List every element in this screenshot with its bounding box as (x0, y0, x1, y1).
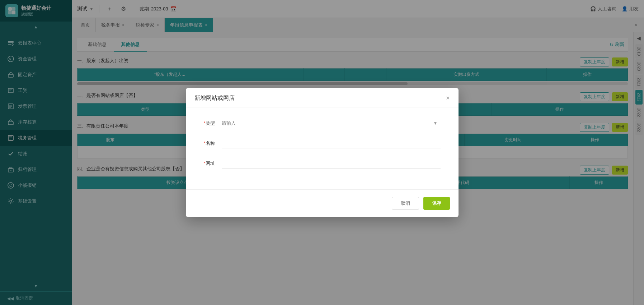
form-field-name: *名称 (204, 138, 441, 148)
required-marker-url: * (204, 161, 206, 166)
modal-body: *类型 ▼ *名称 *网址 (186, 107, 459, 189)
modal-footer: 取消 保存 (186, 189, 459, 217)
form-input-wrap-name (222, 138, 441, 148)
form-label-url: *网址 (204, 160, 222, 167)
type-input[interactable] (222, 118, 441, 128)
form-input-wrap-type: ▼ (222, 118, 441, 128)
cancel-button[interactable]: 取消 (392, 197, 419, 210)
modal-close-button[interactable]: × (446, 94, 450, 102)
modal-overlay[interactable]: 新增网站或网店 × *类型 ▼ *名称 (0, 0, 644, 305)
form-label-name: *名称 (204, 140, 222, 147)
required-marker-name: * (204, 140, 206, 146)
save-button[interactable]: 保存 (423, 197, 450, 210)
type-dropdown-icon[interactable]: ▼ (433, 121, 438, 126)
modal-title: 新增网站或网店 (194, 94, 235, 102)
url-input[interactable] (222, 158, 441, 168)
required-marker-type: * (204, 120, 206, 126)
form-input-wrap-url (222, 158, 441, 168)
form-field-url: *网址 (204, 158, 441, 168)
modal-header: 新增网站或网店 × (186, 88, 459, 107)
name-input[interactable] (222, 138, 441, 148)
form-label-type: *类型 (204, 120, 222, 126)
form-field-type: *类型 ▼ (204, 118, 441, 128)
modal-add-website: 新增网站或网店 × *类型 ▼ *名称 (186, 88, 459, 217)
